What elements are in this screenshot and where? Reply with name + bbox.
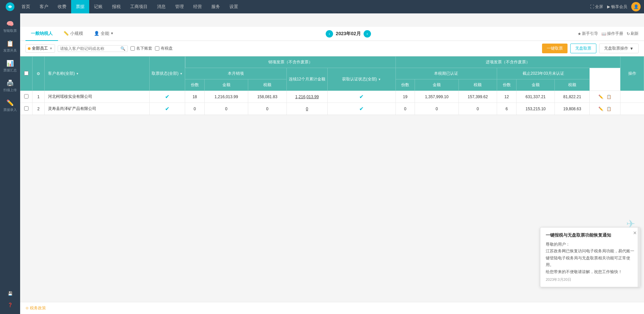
fullscreen-icon: ⛶ xyxy=(590,4,594,9)
row2-purch-status: ✔ xyxy=(328,103,396,115)
emp-dropdown-icon: ▼ xyxy=(49,47,53,50)
new-guide-btn[interactable]: ★ 新手引导 xyxy=(578,31,598,37)
date-prev-btn[interactable]: ‹ xyxy=(326,30,333,38)
col-sales-month: 本月销项 xyxy=(185,68,287,79)
row1-edit-icon[interactable]: ✏️ xyxy=(598,95,603,99)
col-ops: 操作 xyxy=(621,57,644,91)
row1-sales-cumul[interactable]: 1,216,013.99 xyxy=(286,91,327,103)
row1-checkbox[interactable] xyxy=(20,91,33,103)
col-uncert-tax: 税额 xyxy=(555,79,590,91)
row2-checkbox[interactable] xyxy=(20,103,33,115)
row1-ops: ✏️ 📋 xyxy=(590,91,621,103)
left-sidebar: 🧠 智能取票 📋 发票开具 📊 票据汇总 🖨️ 扫描上传 ✏️ 票据录入 💾 ❓ xyxy=(0,13,20,314)
fullscreen-btn[interactable]: ⛶ 全屏 xyxy=(590,4,603,10)
bottom-bar: ⊙ 税务政策 xyxy=(20,302,644,314)
subaccount-checkbox[interactable]: 名下账套 xyxy=(130,46,152,51)
col-purch-amount: 金额 xyxy=(415,79,459,91)
row2-copy-icon[interactable]: 📋 xyxy=(606,107,611,111)
manual-btn[interactable]: 📖 操作手册 xyxy=(601,31,623,37)
col-purch-period: 本税期已认证 xyxy=(395,68,497,79)
nav-settings[interactable]: 设置 xyxy=(225,0,243,13)
taxdisk-checkbox[interactable]: 有税盘 xyxy=(155,46,173,51)
row1-index: 1 xyxy=(33,91,45,103)
notification-body: 尊敬的用户： 江苏政务网已恢复访问电子税务局功能，易代账一键登陆电子税务局与无盘… xyxy=(546,241,635,275)
table-container: ⚙ 客户名称(全部) ▼ 取票状态(全部) ▼ 销项发票（不含作废票） 进项发票… xyxy=(20,56,644,115)
status-sort-icon[interactable]: ▼ xyxy=(180,72,183,75)
nav-home[interactable]: 首页 xyxy=(17,0,35,13)
tax-policy-link[interactable]: ⊙ 税务政策 xyxy=(25,305,46,311)
refresh-btn[interactable]: ↻ 刷新 xyxy=(627,31,639,37)
search-input[interactable] xyxy=(60,46,120,51)
col-purch-tax: 税额 xyxy=(459,79,497,91)
sidebar-item-smart-ticket[interactable]: 🧠 智能取票 xyxy=(0,17,20,37)
row2-uncert-count: 6 xyxy=(497,103,517,115)
notification-close-btn[interactable]: ✕ xyxy=(633,230,637,236)
no-disk-ops-btn[interactable]: 无盘取票操作 ▼ xyxy=(599,44,639,53)
col-group-sales: 销项发票（不含作废票） xyxy=(185,57,395,68)
sidebar-item-ticket-summary[interactable]: 📊 票据汇总 xyxy=(0,56,20,76)
col-purch-status: 获取认证状态(全部) ▼ xyxy=(328,68,396,91)
toolbar-right: 一键取票 无盘取票 无盘取票操作 ▼ xyxy=(542,44,639,53)
nav-charge[interactable]: 收费 xyxy=(53,0,71,13)
col-config: ⚙ xyxy=(33,57,45,91)
table-row: 1 河北柯瑶桉实业有限公司 ✔ 18 1,216,013.99 158,081.… xyxy=(20,91,644,103)
tab-bar: 一般纳税人 📏 小规模 👤 全能 ▼ ‹ 2023年02月 › ★ 新手引导 📖 xyxy=(20,27,644,41)
row2-status: ✔ xyxy=(150,103,185,115)
date-next-btn[interactable]: › xyxy=(364,30,371,38)
nav-customer[interactable]: 客户 xyxy=(35,0,53,13)
row2-purch-amount: 0 xyxy=(415,103,459,115)
sidebar-item-invoice-open[interactable]: 📋 发票开具 xyxy=(0,37,20,56)
sidebar-item-ticket-entry[interactable]: ✏️ 票据录入 xyxy=(0,96,20,116)
row1-copy-icon[interactable]: 📋 xyxy=(606,95,611,99)
nav-tax[interactable]: 报税 xyxy=(107,0,125,13)
row1-uncert-amount: 631,337.21 xyxy=(517,91,555,103)
table-body: 1 河北柯瑶桉实业有限公司 ✔ 18 1,216,013.99 158,081.… xyxy=(20,91,644,115)
table-row: 2 灵寿县尚泽矿产品有限公司 ✔ 0 0 0 0 ✔ 0 0 0 6 153,2… xyxy=(20,103,644,115)
notification-popup: ✕ ✈ 一键报税与无盘取票功能恢复通知 尊敬的用户： 江苏政务网已恢复访问电子税… xyxy=(540,227,641,287)
row1-uncert-count: 12 xyxy=(497,91,517,103)
nav-invoice[interactable]: 票据 xyxy=(71,0,89,13)
nav-service[interactable]: 服务 xyxy=(207,0,225,13)
col-checkbox xyxy=(20,57,33,91)
col-sales-count: 份数 xyxy=(185,79,205,91)
col-purch-uncert: 截止2023年03月未认证 xyxy=(497,68,590,79)
download-icon: 💾 xyxy=(8,291,13,296)
tab-small-scale[interactable]: 📏 小规模 xyxy=(58,27,89,41)
purch-status-sort[interactable]: ▼ xyxy=(378,78,381,81)
row1-sales-tax: 158,081.83 xyxy=(248,91,286,103)
no-disk-btn[interactable]: 无盘取票 xyxy=(570,44,596,53)
user-avatar[interactable]: 👤 xyxy=(631,2,641,11)
sidebar-help-btn[interactable]: ❓ xyxy=(8,299,13,311)
col-sales-tax: 税额 xyxy=(248,79,286,91)
tab-all[interactable]: 👤 全能 ▼ xyxy=(89,27,119,41)
sidebar-download-btn[interactable]: 💾 xyxy=(8,288,13,299)
row2-sales-count: 0 xyxy=(185,103,205,115)
config-icon[interactable]: ⚙ xyxy=(37,71,40,76)
nav-message[interactable]: 消息 xyxy=(152,0,170,13)
nav-bookkeeping[interactable]: 记账 xyxy=(89,0,107,13)
nav-operate[interactable]: 经营 xyxy=(189,0,207,13)
play-icon: ▶ xyxy=(607,4,610,9)
row2-edit-icon[interactable]: ✏️ xyxy=(598,107,603,111)
row2-purch-status-icon: ✔ xyxy=(359,106,364,112)
invoice-open-icon: 📋 xyxy=(6,40,14,47)
name-sort-icon[interactable]: ▼ xyxy=(76,72,79,75)
member-btn[interactable]: ▶ 畅享会员 xyxy=(607,4,627,10)
row1-purch-status-icon: ✔ xyxy=(359,94,364,100)
col-sales-amount: 金额 xyxy=(205,79,248,91)
employee-selector[interactable]: 全部员工 ▼ xyxy=(25,44,55,53)
ticket-summary-icon: 📊 xyxy=(6,60,14,67)
tab-general-taxpayer[interactable]: 一般纳税人 xyxy=(25,27,58,41)
search-icon[interactable]: 🔍 xyxy=(120,46,125,51)
nav-commerce[interactable]: 工商项目 xyxy=(125,0,152,13)
nav-manage[interactable]: 管理 xyxy=(170,0,189,13)
sidebar-item-scan-upload[interactable]: 🖨️ 扫描上传 xyxy=(0,76,20,96)
all-icon: 👤 xyxy=(94,31,99,36)
row2-sales-cumul[interactable]: 0 xyxy=(286,103,327,115)
select-all-checkbox[interactable] xyxy=(24,71,29,75)
row2-sales-tax: 0 xyxy=(248,103,286,115)
taxdisk-check[interactable] xyxy=(155,46,159,51)
quick-ticket-btn[interactable]: 一键取票 xyxy=(542,44,568,53)
subaccount-check[interactable] xyxy=(130,46,135,51)
col-ticket-status: 取票状态(全部) ▼ xyxy=(150,57,185,91)
